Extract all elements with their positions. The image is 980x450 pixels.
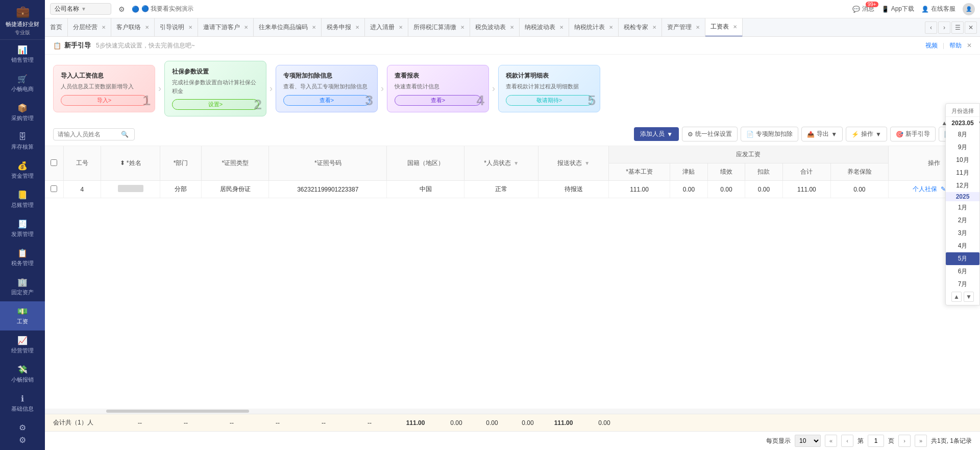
settings-button[interactable]: ⚙ bbox=[114, 2, 129, 16]
export-btn[interactable]: 📤 导出 ▼ bbox=[801, 127, 843, 141]
step-btn-1[interactable]: 设置> bbox=[172, 99, 259, 110]
messages-btn[interactable]: 💬 消息 99+ bbox=[852, 5, 874, 13]
tab-首页[interactable]: 首页 bbox=[45, 18, 68, 37]
select-all-checkbox[interactable] bbox=[51, 159, 57, 166]
tab-close-7[interactable]: ✕ bbox=[399, 25, 403, 30]
sidebar-item-工资[interactable]: 💵 工资 bbox=[0, 301, 45, 330]
tab-scroll-right[interactable]: › bbox=[938, 21, 950, 34]
month-item-12月[interactable]: 12月 bbox=[946, 179, 979, 192]
month-item-1月[interactable]: 1月 bbox=[946, 201, 979, 214]
tab-客户联络[interactable]: 客户联络✕ bbox=[111, 18, 155, 37]
tab-税务申报[interactable]: 税务申报✕ bbox=[322, 18, 365, 37]
search-input[interactable] bbox=[58, 131, 119, 138]
scroll-up-btn[interactable]: ▲ bbox=[951, 292, 962, 302]
tab-close-11[interactable]: ✕ bbox=[609, 25, 613, 30]
per-page-select[interactable]: 10 20 50 100 bbox=[795, 435, 821, 447]
sidebar-item-固定资产[interactable]: 🏢 固定资产 bbox=[0, 272, 45, 301]
sidebar-item-经营管理[interactable]: 📈 经营管理 bbox=[0, 330, 45, 360]
month-item-7月[interactable]: 7月 bbox=[946, 278, 979, 291]
tab-close-13[interactable]: ✕ bbox=[696, 25, 700, 30]
tab-close-14[interactable]: ✕ bbox=[733, 24, 737, 30]
sidebar-item-销售管理[interactable]: 📊 销售管理 bbox=[0, 40, 45, 69]
status-filter-icon[interactable]: ▼ bbox=[513, 160, 519, 166]
tab-close-10[interactable]: ✕ bbox=[559, 25, 564, 30]
tab-scroll-left[interactable]: ‹ bbox=[925, 21, 937, 34]
next-page-btn[interactable]: › bbox=[898, 435, 911, 447]
tab-close-1[interactable]: ✕ bbox=[102, 25, 106, 30]
scroll-thumb[interactable] bbox=[106, 410, 249, 413]
search-icon[interactable]: 🔍 bbox=[121, 131, 129, 138]
tab-进入清册[interactable]: 进入清册✕ bbox=[365, 18, 408, 37]
step-btn-2[interactable]: 查看> bbox=[283, 95, 370, 106]
month-item-10月[interactable]: 10月 bbox=[946, 154, 979, 167]
tab-close-5[interactable]: ✕ bbox=[312, 25, 316, 30]
sidebar-item-系统管理[interactable]: ⚙ 系统管理 bbox=[0, 418, 45, 430]
row-checkbox-0[interactable] bbox=[45, 181, 63, 198]
month-item-8月[interactable]: 8月 bbox=[946, 128, 979, 141]
tab-税检专家[interactable]: 税检专家✕ bbox=[619, 18, 662, 37]
company-selector[interactable]: 公司名称 ▼ bbox=[50, 3, 111, 15]
close-guide-btn[interactable]: ✕ bbox=[967, 42, 972, 49]
sidebar-settings[interactable]: ⚙ bbox=[14, 430, 31, 450]
scroll-down-btn[interactable]: ▼ bbox=[964, 292, 974, 302]
tab-引导说明[interactable]: 引导说明✕ bbox=[155, 18, 198, 37]
social-security-btn[interactable]: ⚙ 统一社保设置 bbox=[682, 127, 738, 141]
tab-邀请下游客户[interactable]: 邀请下游客户✕ bbox=[198, 18, 254, 37]
tab-分层经营[interactable]: 分层经营✕ bbox=[68, 18, 111, 37]
tab-close-4[interactable]: ✕ bbox=[244, 25, 248, 30]
first-page-btn[interactable]: « bbox=[825, 435, 837, 447]
tab-close-2[interactable]: ✕ bbox=[145, 25, 149, 30]
close-all-tabs[interactable]: ✕ bbox=[965, 21, 977, 34]
app-download-btn[interactable]: 📱 App下载 bbox=[881, 5, 914, 13]
demo-link[interactable]: 🔵 🔵 我要看实例演示 bbox=[132, 5, 193, 13]
month-item-2月[interactable]: 2月 bbox=[946, 214, 979, 227]
guide-btn[interactable]: 🎯 新手引导 bbox=[890, 127, 936, 141]
horizontal-scrollbar[interactable] bbox=[45, 409, 980, 414]
send-filter-icon[interactable]: ▼ bbox=[584, 160, 590, 166]
op-social-security-0[interactable]: 个人社保 bbox=[913, 185, 937, 193]
month-item-11月[interactable]: 11月 bbox=[946, 167, 979, 179]
user-avatar[interactable]: 👤 bbox=[963, 3, 975, 15]
settings-icon[interactable]: ⚙ bbox=[19, 435, 26, 445]
tab-纳税波动表[interactable]: 纳税波动表✕ bbox=[520, 18, 569, 37]
tab-税负波动表[interactable]: 税负波动表✕ bbox=[470, 18, 520, 37]
help-link[interactable]: 帮助 bbox=[949, 41, 962, 50]
tab-close-8[interactable]: ✕ bbox=[460, 25, 464, 30]
step-btn-0[interactable]: 导入> bbox=[61, 95, 148, 106]
tab-工资表[interactable]: 工资表✕ bbox=[705, 18, 743, 37]
sidebar-item-基础信息[interactable]: ℹ 基础信息 bbox=[0, 389, 45, 418]
online-service-btn[interactable]: 👤 在线客服 bbox=[921, 5, 955, 13]
tab-close-9[interactable]: ✕ bbox=[510, 25, 514, 30]
tab-往来单位商品编码[interactable]: 往来单位商品编码✕ bbox=[254, 18, 322, 37]
tab-资产管理[interactable]: 资产管理✕ bbox=[662, 18, 705, 37]
row-check-0[interactable] bbox=[51, 185, 57, 192]
last-page-btn[interactable]: » bbox=[915, 435, 927, 447]
tab-menu[interactable]: ☰ bbox=[951, 21, 964, 34]
tab-close-12[interactable]: ✕ bbox=[652, 25, 656, 30]
sidebar-item-税务管理[interactable]: 📋 税务管理 bbox=[0, 243, 45, 272]
month-item-5月[interactable]: 5月 bbox=[946, 252, 979, 265]
page-number-input[interactable] bbox=[868, 435, 884, 447]
sidebar-item-资金管理[interactable]: 💰 资金管理 bbox=[0, 156, 45, 185]
add-person-button[interactable]: 添加人员 ▼ bbox=[634, 127, 679, 141]
step-btn-3[interactable]: 查看> bbox=[395, 95, 481, 106]
month-item-6月[interactable]: 6月 bbox=[946, 265, 979, 278]
tab-close-6[interactable]: ✕ bbox=[355, 25, 359, 30]
sidebar-item-发票管理[interactable]: 🧾 发票管理 bbox=[0, 214, 45, 243]
sidebar-item-总账管理[interactable]: 📒 总账管理 bbox=[0, 185, 45, 214]
month-item-4月[interactable]: 4月 bbox=[946, 240, 979, 252]
step-btn-4[interactable]: 敬请期待> bbox=[506, 95, 593, 106]
operation-btn[interactable]: ⚡ 操作 ▼ bbox=[846, 127, 887, 141]
sidebar-item-小畅报销[interactable]: 💸 小畅报销 bbox=[0, 360, 45, 389]
tab-close-3[interactable]: ✕ bbox=[188, 25, 192, 30]
year-up-btn[interactable]: ▲ bbox=[939, 118, 949, 128]
sidebar-item-小畅电商[interactable]: 🛒 小畅电商 bbox=[0, 69, 45, 98]
special-deduction-btn[interactable]: 📄 专项附加扣除 bbox=[741, 127, 798, 141]
sidebar-item-采购管理[interactable]: 📦 采购管理 bbox=[0, 98, 45, 127]
month-item-3月[interactable]: 3月 bbox=[946, 227, 979, 240]
prev-page-btn[interactable]: ‹ bbox=[841, 435, 853, 447]
month-item-9月[interactable]: 9月 bbox=[946, 141, 979, 154]
sidebar-item-库存核算[interactable]: 🗄 库存核算 bbox=[0, 127, 45, 156]
year-down-btn[interactable]: ▼ bbox=[976, 118, 980, 128]
tab-所得税汇算清缴[interactable]: 所得税汇算清缴✕ bbox=[408, 18, 470, 37]
